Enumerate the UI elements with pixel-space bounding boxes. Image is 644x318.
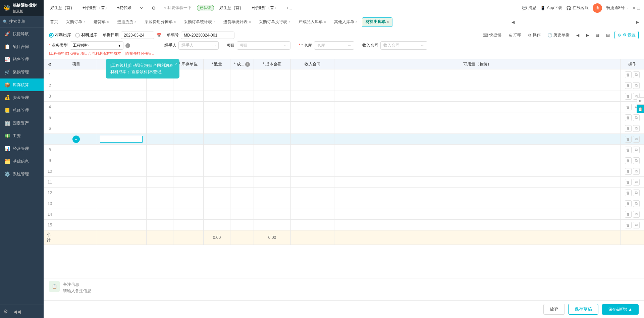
- row-available[interactable]: [334, 155, 621, 166]
- sidebar-item-operation[interactable]: 📊 经营管理: [0, 142, 44, 155]
- delete-row-btn[interactable]: 🗑: [625, 222, 632, 228]
- row-income-contract[interactable]: [291, 177, 334, 188]
- row-unit[interactable]: [173, 155, 204, 166]
- row-unit[interactable]: [173, 166, 204, 177]
- row-qty[interactable]: [204, 69, 230, 80]
- copy-row-btn[interactable]: ⧉: [633, 222, 640, 228]
- row-income-contract[interactable]: [291, 123, 334, 134]
- copy-row-btn[interactable]: ⧉: [633, 136, 640, 143]
- row-spec[interactable]: [147, 145, 173, 155]
- row-available[interactable]: [334, 80, 621, 91]
- copy-row-btn[interactable]: ⧉: [633, 200, 640, 207]
- row-material[interactable]: [96, 102, 147, 112]
- nav-good-business[interactable]: 好生意（首）: [48, 4, 77, 12]
- row-material[interactable]: [96, 145, 147, 155]
- row-spec[interactable]: [147, 198, 173, 209]
- row-material[interactable]: [96, 123, 147, 134]
- delete-row-btn[interactable]: 🗑: [625, 211, 632, 218]
- tab-home[interactable]: 首页: [46, 17, 62, 26]
- delete-row-btn[interactable]: 🗑: [625, 168, 632, 175]
- row-cost[interactable]: [230, 69, 254, 80]
- delete-row-btn[interactable]: 🗑: [625, 82, 632, 89]
- sidebar-item-purchase[interactable]: 🛒 采购管理: [0, 66, 44, 78]
- sidebar-search[interactable]: 🔍 搜索菜单: [0, 16, 44, 28]
- row-unit[interactable]: [173, 198, 204, 209]
- app-download-btn[interactable]: 📱 App下载: [540, 5, 562, 11]
- row-material[interactable]: [96, 91, 147, 102]
- row-cost[interactable]: [230, 112, 254, 123]
- message-btn[interactable]: 💬 消息: [522, 5, 536, 11]
- row-income-contract[interactable]: [291, 91, 334, 102]
- row-available[interactable]: [334, 112, 621, 123]
- copy-row-btn[interactable]: ⧉: [633, 114, 640, 121]
- grid-view1-btn[interactable]: ▦: [594, 32, 601, 39]
- add-row-btn[interactable]: +: [72, 136, 80, 143]
- row-cost-amount[interactable]: [254, 112, 291, 123]
- row-cost-amount[interactable]: [254, 80, 291, 91]
- row-spec[interactable]: [147, 188, 173, 198]
- shortcut-btn[interactable]: ⌨ 快捷键: [481, 31, 503, 39]
- row-unit[interactable]: [173, 177, 204, 188]
- nav-good-finance2[interactable]: +好业财（首）: [249, 4, 281, 12]
- copy-row-btn[interactable]: ⧉: [633, 211, 640, 218]
- row-project[interactable]: [56, 209, 96, 220]
- row-qty[interactable]: [204, 134, 230, 145]
- tab-other-in[interactable]: 其他入库单 ×: [330, 17, 361, 26]
- tab-purchase-return[interactable]: 进退货货 ×: [113, 17, 140, 26]
- row-spec[interactable]: [147, 112, 173, 123]
- row-income-contract[interactable]: [291, 198, 334, 209]
- sidebar-item-inventory[interactable]: 📦 库存核算: [0, 78, 44, 91]
- row-spec[interactable]: [147, 220, 173, 230]
- tab-close-btn[interactable]: ×: [249, 20, 251, 24]
- delete-row-btn[interactable]: 🗑: [625, 136, 632, 143]
- row-unit[interactable]: [173, 145, 204, 155]
- income-contract-select[interactable]: 收入合同 ···: [380, 41, 427, 50]
- row-cost-amount[interactable]: [254, 145, 291, 155]
- row-cost-amount[interactable]: [254, 209, 291, 220]
- row-cost[interactable]: [230, 155, 254, 166]
- row-material[interactable]: [96, 134, 147, 145]
- delete-row-btn[interactable]: 🗑: [625, 190, 632, 196]
- row-available[interactable]: [334, 91, 621, 102]
- delete-row-btn[interactable]: 🗑: [625, 200, 632, 207]
- row-cost[interactable]: [230, 80, 254, 91]
- row-qty[interactable]: [204, 177, 230, 188]
- row-unit[interactable]: [173, 188, 204, 198]
- tab-close-btn[interactable]: ×: [288, 20, 290, 24]
- date-value[interactable]: 2023-03-24: [121, 32, 154, 39]
- tab-close-btn[interactable]: ×: [387, 20, 389, 24]
- right-panel-btn2[interactable]: 📋: [637, 105, 644, 113]
- copy-row-btn[interactable]: ⧉: [633, 179, 640, 186]
- nav-next-btn[interactable]: ▶: [584, 32, 591, 39]
- row-spec[interactable]: [147, 80, 173, 91]
- save-draft-btn[interactable]: 保存草稿: [568, 304, 598, 315]
- row-qty[interactable]: [204, 112, 230, 123]
- row-cost[interactable]: [230, 145, 254, 155]
- row-cost[interactable]: [230, 220, 254, 230]
- row-material[interactable]: [96, 198, 147, 209]
- delete-row-btn[interactable]: 🗑: [625, 147, 632, 153]
- settings-icon[interactable]: ⚙: [3, 308, 8, 315]
- row-qty[interactable]: [204, 91, 230, 102]
- row-income-contract[interactable]: [291, 102, 334, 112]
- row-qty[interactable]: [204, 145, 230, 155]
- row-spec[interactable]: [147, 177, 173, 188]
- col-gear[interactable]: ⚙: [44, 59, 56, 69]
- copy-row-btn[interactable]: ⧉: [633, 125, 640, 132]
- sidebar-item-shortcut[interactable]: 🚀 快捷导航: [0, 28, 44, 40]
- info-icon[interactable]: i: [125, 43, 130, 48]
- delete-row-btn[interactable]: 🗑: [625, 71, 632, 78]
- row-available[interactable]: [334, 188, 621, 198]
- sidebar-item-salary[interactable]: 💵 工资: [0, 129, 44, 142]
- row-unit[interactable]: [173, 134, 204, 145]
- row-spec[interactable]: [147, 155, 173, 166]
- row-material[interactable]: [96, 188, 147, 198]
- row-cost[interactable]: [230, 134, 254, 145]
- row-spec[interactable]: [147, 134, 173, 145]
- row-qty[interactable]: [204, 80, 230, 91]
- row-unit[interactable]: [173, 209, 204, 220]
- row-cost-amount[interactable]: [254, 177, 291, 188]
- tab-finished-in[interactable]: 产成品入库单 ×: [295, 17, 330, 26]
- row-material[interactable]: [96, 209, 147, 220]
- row-project[interactable]: [56, 112, 96, 123]
